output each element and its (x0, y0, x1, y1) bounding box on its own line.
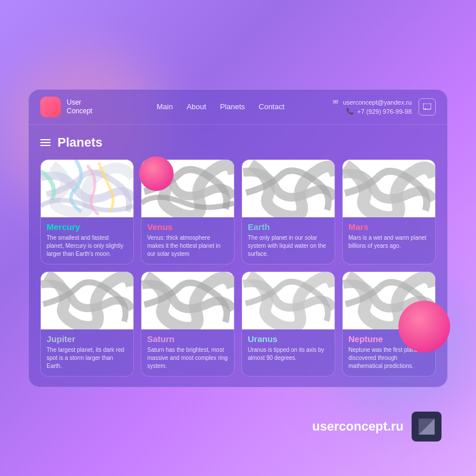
planet-card-neptune[interactable]: Neptune Neptune was the first planet dis… (342, 271, 436, 377)
saturn-name: Saturn (147, 334, 228, 344)
mars-body: Mars Mars is a wet and warm planet billi… (343, 217, 435, 256)
neptune-image (343, 272, 435, 329)
navbar: User Concept Main About Planets Contact … (29, 90, 447, 125)
main-content: Planets (29, 125, 447, 387)
nav-contact[interactable]: Contact (259, 102, 285, 111)
uranus-desc: Uranus is tipped on its axis by almost 9… (248, 346, 329, 362)
planet-card-jupiter[interactable]: Jupiter The largest planet, its dark red… (40, 271, 134, 377)
saturn-image (141, 272, 234, 329)
nav-email: ✉ userconcept@yandex.ru (332, 98, 412, 106)
chat-button[interactable] (419, 98, 436, 116)
logo-bottom: Concept (67, 107, 93, 115)
page-title: Planets (57, 135, 102, 150)
planet-card-earth[interactable]: Earth The only planet in our solar syste… (241, 159, 335, 264)
email-icon: ✉ (332, 98, 340, 106)
footer: userconcept.ru (312, 412, 442, 442)
phone-icon: 📞 (346, 108, 354, 116)
planet-card-mars[interactable]: Mars Mars is a wet and warm planet billi… (342, 159, 436, 264)
planet-card-saturn[interactable]: Saturn Saturn has the brightest, most ma… (141, 271, 235, 377)
uranus-image (242, 272, 335, 329)
logo-text: User Concept (67, 98, 93, 115)
mars-desc: Mars is a wet and warm planet billions o… (348, 234, 429, 250)
jupiter-image (41, 272, 133, 329)
mercury-desc: The smallest and fastest planet, Mercury… (47, 234, 128, 258)
neptune-desc: Neptune was the first planet discovered … (348, 346, 429, 370)
nav-links: Main About Planets Contact (110, 102, 332, 111)
mars-image (343, 160, 435, 217)
logo[interactable]: User Concept (40, 97, 93, 117)
mercury-body: Mercury The smallest and fastest planet,… (41, 217, 133, 264)
logo-top: User (67, 98, 93, 106)
footer-logo-box (412, 412, 442, 442)
mercury-name: Mercury (47, 222, 128, 232)
nav-main[interactable]: Main (156, 102, 172, 111)
planet-card-mercury[interactable]: Mercury The smallest and fastest planet,… (40, 159, 134, 264)
venus-name: Venus (147, 222, 228, 232)
nav-contact-info: ✉ userconcept@yandex.ru 📞 +7 (929) 976-9… (332, 98, 412, 116)
main-card: User Concept Main About Planets Contact … (28, 89, 448, 387)
email-text: userconcept@yandex.ru (343, 99, 412, 106)
earth-body: Earth The only planet in our solar syste… (242, 217, 335, 264)
planet-card-uranus[interactable]: Uranus Uranus is tipped on its axis by a… (241, 271, 335, 377)
earth-name: Earth (248, 222, 329, 232)
hamburger-menu[interactable] (40, 139, 51, 146)
nav-planets[interactable]: Planets (220, 102, 245, 111)
footer-brand: userconcept.ru (312, 419, 404, 434)
jupiter-desc: The largest planet, its dark red spot is… (47, 346, 128, 370)
planets-grid: Mercury The smallest and fastest planet,… (40, 159, 436, 377)
jupiter-body: Jupiter The largest planet, its dark red… (41, 329, 133, 376)
logo-icon (40, 97, 61, 117)
phone-text: +7 (929) 976-99-98 (358, 108, 412, 115)
mercury-image (41, 160, 133, 217)
neptune-body: Neptune Neptune was the first planet dis… (343, 329, 435, 376)
mars-name: Mars (348, 222, 429, 232)
outer-wrapper: User Concept Main About Planets Contact … (0, 0, 476, 476)
nav-phone: 📞 +7 (929) 976-99-98 (346, 108, 412, 116)
saturn-body: Saturn Saturn has the brightest, most ma… (141, 329, 234, 376)
neptune-name: Neptune (348, 334, 429, 344)
planet-card-venus[interactable]: Venus Venus: thick atmosphere makes it t… (141, 159, 235, 264)
nav-about[interactable]: About (187, 102, 206, 111)
uranus-body: Uranus Uranus is tipped on its axis by a… (242, 329, 335, 368)
page-header: Planets (40, 135, 436, 150)
venus-image (141, 160, 234, 217)
uranus-name: Uranus (248, 334, 329, 344)
saturn-desc: Saturn has the brightest, most massive a… (147, 346, 228, 370)
venus-desc: Venus: thick atmosphere makes it the hot… (147, 234, 228, 258)
earth-image (242, 160, 335, 217)
svg-rect-0 (423, 103, 431, 109)
jupiter-name: Jupiter (47, 334, 128, 344)
earth-desc: The only planet in our solar system with… (248, 234, 329, 258)
venus-body: Venus Venus: thick atmosphere makes it t… (141, 217, 234, 264)
